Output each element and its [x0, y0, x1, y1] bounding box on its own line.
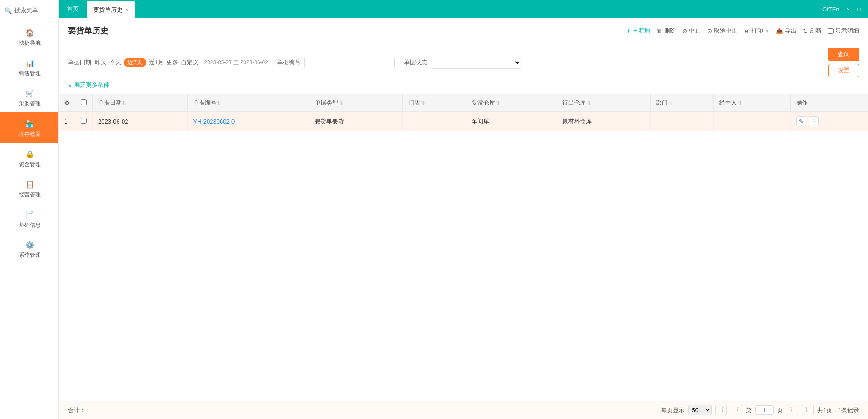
date-opt-昨天[interactable]: 昨天: [95, 58, 107, 67]
table-footer: 合计： 每页显示 102050100 《 〈 第 页 〉 》 共1页，1条记录: [59, 401, 868, 419]
tab-close-icon[interactable]: ×: [125, 7, 128, 13]
sidebar-item-operations[interactable]: 📋 经营管理: [0, 173, 58, 203]
table-row: 12023-06-02YH-20230602-0要货单要货车间库原材料仓库 ✎ …: [59, 112, 868, 131]
sort-icon-doc_date: ⇅: [123, 100, 126, 105]
export-icon: 📤: [776, 28, 783, 34]
sidebar-item-inventory[interactable]: 🏪 库存核算: [0, 112, 58, 143]
row-checkbox-0[interactable]: [81, 118, 87, 124]
table-settings-icon[interactable]: ⚙: [64, 100, 70, 106]
sort-icon-pending_warehouse: ⇅: [587, 100, 590, 105]
date-opt-今天[interactable]: 今天: [109, 58, 121, 67]
date-opt-近1月[interactable]: 近1月: [149, 58, 164, 67]
sidebar-item-system[interactable]: ⚙️ 系统管理: [0, 233, 58, 264]
print-dropdown-icon[interactable]: ▼: [765, 29, 769, 33]
col-header-req_warehouse[interactable]: 要货仓库⇅: [466, 94, 557, 112]
sidebar-search-label: 搜索菜单: [14, 6, 38, 14]
table-container: ⚙单据日期⇅单据编号⇅单据类型⇅门店⇅要货仓库⇅待出仓库⇅部门⇅经手人⇅操作 1…: [59, 94, 868, 401]
new-label: + 新增: [633, 27, 650, 35]
row-more-btn[interactable]: ⋮: [809, 116, 819, 126]
cell-doc_date: 2023-06-02: [93, 112, 188, 131]
last-page-button[interactable]: 》: [802, 405, 814, 415]
display-detail-checkbox[interactable]: [828, 28, 834, 34]
delete-button[interactable]: 🗑 删除: [656, 27, 676, 35]
first-page-button[interactable]: 《: [715, 405, 727, 415]
refresh-button[interactable]: ↻ 刷新: [803, 27, 821, 35]
date-opt-近7天[interactable]: 近7天: [124, 58, 146, 67]
doc-no-link[interactable]: YH-20230602-0: [193, 118, 235, 125]
cell-checkbox: [75, 112, 93, 131]
date-options: 昨天今天近7天近1月更多自定义: [95, 58, 198, 67]
filter-row-1: 单据日期 昨天今天近7天近1月更多自定义 2023-05-27 至 2023-0…: [68, 48, 859, 77]
cell-index: 1: [59, 112, 75, 131]
tab-active[interactable]: 要货单历史 ×: [87, 1, 135, 19]
date-range-label: 2023-05-27 至 2023-06-02: [204, 59, 268, 67]
cancel-stop-button[interactable]: ⊙ 取消中止: [707, 27, 737, 35]
stop-label: 中止: [689, 27, 701, 35]
settings-button[interactable]: 设置: [828, 64, 859, 77]
sidebar-item-sales[interactable]: 📊 销售管理: [0, 52, 58, 82]
col-header-store[interactable]: 门店⇅: [403, 94, 466, 112]
page-number-input[interactable]: [755, 405, 774, 415]
display-detail-toggle[interactable]: 显示明细: [828, 27, 859, 35]
stop-button[interactable]: ⊘ 中止: [682, 27, 701, 35]
pagination: 每页显示 102050100 《 〈 第 页 〉 》 共1页，1条记录: [661, 405, 859, 415]
doc-no-filter-group: 单据编号: [277, 57, 395, 68]
basic-info-label: 基础信息: [19, 221, 41, 229]
export-button[interactable]: 📤 导出: [776, 27, 797, 35]
col-header-doc_type[interactable]: 单据类型⇅: [309, 94, 403, 112]
sort-icon-req_warehouse: ⇅: [496, 100, 500, 105]
page-header: 要货单历史 ＋ + 新增 🗑 删除 ⊘ 中止 ⊙ 取消中止: [59, 18, 868, 41]
col-header-checkbox: [75, 94, 93, 112]
page-size-label: 每页显示: [661, 406, 684, 414]
col-header-action: 操作: [791, 94, 868, 112]
expand-more-btn[interactable]: ∨ 展开更多条件: [68, 81, 859, 89]
inventory-label: 库存核算: [19, 130, 41, 138]
cell-action: ✎ ⋮: [791, 112, 868, 131]
page-unit: 页: [777, 406, 783, 414]
sidebar-item-basic-info[interactable]: 📄 基础信息: [0, 203, 58, 233]
cell-doc_no: YH-20230602-0: [188, 112, 309, 131]
finance-icon: 🔒: [25, 149, 35, 159]
sidebar-item-finance[interactable]: 🔒 资金管理: [0, 143, 58, 173]
col-header-handler[interactable]: 经手人⇅: [713, 94, 790, 112]
date-filter-group: 单据日期 昨天今天近7天近1月更多自定义 2023-05-27 至 2023-0…: [68, 58, 268, 67]
print-button[interactable]: 🖨 打印 ▼: [744, 27, 769, 35]
cell-doc_type: 要货单要货: [309, 112, 403, 131]
query-button[interactable]: 查询: [828, 48, 859, 61]
status-select[interactable]: [431, 57, 521, 69]
date-filter-label: 单据日期: [68, 58, 91, 67]
col-header-doc_date[interactable]: 单据日期⇅: [93, 94, 188, 112]
page-size-select[interactable]: 102050100: [688, 405, 712, 415]
table-header: ⚙单据日期⇅单据编号⇅单据类型⇅门店⇅要货仓库⇅待出仓库⇅部门⇅经手人⇅操作: [59, 94, 868, 112]
window-maximize-icon[interactable]: □: [857, 6, 861, 13]
col-header-pending_warehouse[interactable]: 待出仓库⇅: [557, 94, 650, 112]
col-header-doc_no[interactable]: 单据编号⇅: [188, 94, 309, 112]
sidebar-search[interactable]: 🔍 搜索菜单: [0, 0, 58, 21]
sidebar-item-quick-nav[interactable]: 🏠 快捷导航: [0, 21, 58, 52]
new-button[interactable]: ＋ + 新增: [626, 27, 650, 35]
select-all-checkbox[interactable]: [81, 99, 87, 105]
doc-no-label: 单据编号: [277, 58, 301, 67]
tab-home[interactable]: 首页: [59, 0, 87, 18]
quick-nav-icon: 🏠: [25, 28, 35, 38]
row-actions: ✎ ⋮: [796, 116, 863, 126]
cancel-stop-label: 取消中止: [714, 27, 737, 35]
delete-label: 删除: [664, 27, 676, 35]
doc-no-input[interactable]: [304, 57, 395, 68]
date-opt-更多[interactable]: 更多: [166, 58, 178, 67]
sidebar-item-purchase[interactable]: 🛒 采购管理: [0, 82, 58, 112]
next-page-button[interactable]: 〉: [787, 405, 798, 415]
row-edit-btn[interactable]: ✎: [796, 116, 806, 126]
col-header-index: ⚙: [59, 94, 75, 112]
sort-icon-doc_type: ⇅: [339, 100, 343, 105]
date-opt-自定义[interactable]: 自定义: [181, 58, 198, 67]
col-header-department[interactable]: 部门⇅: [650, 94, 713, 112]
main-area: 首页 要货单历史 × OfTEn × □ 要货单历史 ＋ + 新增 🗑 删除: [59, 0, 868, 419]
operations-icon: 📋: [25, 179, 35, 189]
display-detail-label: 显示明细: [835, 27, 859, 35]
prev-page-button[interactable]: 〈: [731, 405, 742, 415]
tab-active-label: 要货单历史: [93, 6, 123, 14]
print-icon: 🖨: [744, 28, 750, 34]
window-close-icon[interactable]: ×: [847, 6, 850, 13]
table-body: 12023-06-02YH-20230602-0要货单要货车间库原材料仓库 ✎ …: [59, 112, 868, 131]
